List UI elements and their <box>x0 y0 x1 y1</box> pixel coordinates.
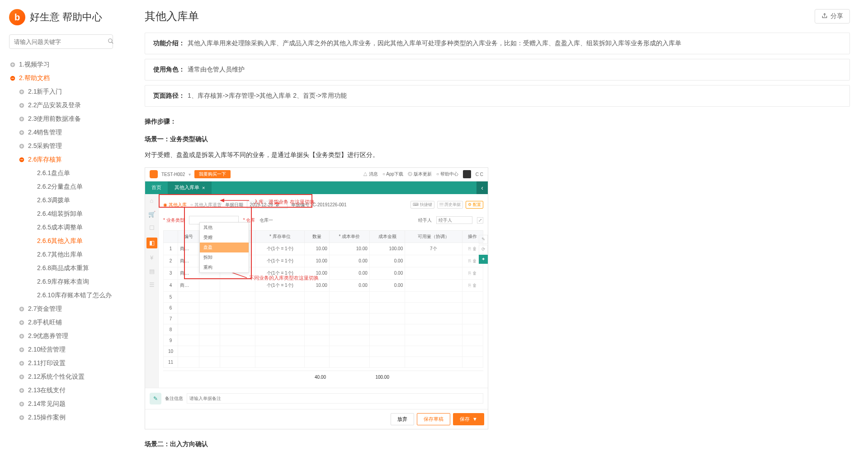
dropdown-option[interactable]: 盘盈 <box>200 243 249 252</box>
copy-icon[interactable]: ⎘ <box>468 246 471 251</box>
nav-item[interactable]: 2.11打印设置 <box>9 357 127 370</box>
copy-icon[interactable]: ⎘ <box>468 283 471 288</box>
delete-icon[interactable]: 🗑 <box>472 246 477 251</box>
tool-icon-3[interactable]: ✦ <box>479 255 488 264</box>
copy-icon[interactable]: ⎘ <box>468 271 471 276</box>
close-icon[interactable]: × <box>202 185 205 190</box>
version-link[interactable]: ◎ 版本更新 <box>408 171 432 177</box>
tool-icon-2[interactable]: ⟳ <box>479 245 488 254</box>
tool-icon-1[interactable]: ✎ <box>479 235 488 244</box>
cart-icon[interactable]: 🛒 <box>148 210 156 219</box>
nav-item[interactable]: 2.6.3调拨单 <box>9 194 127 207</box>
table-row[interactable]: 11 <box>164 357 483 367</box>
biztype-dropdown[interactable]: 其他受赠盘盈拆卸重构 <box>199 222 249 273</box>
svg-rect-35 <box>21 348 22 351</box>
info-intro: 功能介绍：其他入库单用来处理除采购入库、产成品入库之外的其他入库业务，因此其他入… <box>145 33 850 54</box>
table-row[interactable]: 10 <box>164 346 483 357</box>
nav-item[interactable]: 2.6.1盘点单 <box>9 167 127 180</box>
chevron-down-icon[interactable]: ▾ <box>189 172 191 177</box>
nav-item[interactable]: 2.14常见问题 <box>9 397 127 411</box>
nav-item[interactable]: 2.6.4组装拆卸单 <box>9 207 127 221</box>
home-icon[interactable]: ⌂ <box>148 197 156 205</box>
help-link[interactable]: ○ 帮助中心 <box>436 171 458 177</box>
plus-icon <box>18 333 25 340</box>
warehouse-value[interactable]: 仓库一 <box>259 217 273 224</box>
table-row[interactable]: 8 <box>164 324 483 335</box>
setting-button[interactable]: ⚙ 配置 <box>466 201 483 209</box>
nav-item[interactable]: 2.1新手入门 <box>9 85 127 99</box>
search-input[interactable] <box>9 34 113 49</box>
table-row[interactable]: 6 <box>164 302 483 313</box>
svg-rect-32 <box>21 335 22 338</box>
dropdown-option[interactable]: 重构 <box>200 262 249 272</box>
trial-button[interactable]: 我要购买一下 <box>194 170 231 178</box>
box-icon[interactable]: ☐ <box>148 224 156 232</box>
plus-icon <box>18 115 25 123</box>
report-icon[interactable]: ▤ <box>148 267 156 276</box>
inventory-icon[interactable]: ◧ <box>146 238 157 248</box>
nav-item[interactable]: 2.6.5成本调整单 <box>9 221 127 234</box>
nav-label: 2.2产品安装及登录 <box>28 101 81 109</box>
draft-button[interactable]: 保存草稿 <box>417 413 450 425</box>
remark-input[interactable] <box>187 393 483 404</box>
msg-icon[interactable]: △ 消息 <box>363 171 378 177</box>
nav-item[interactable]: 2.6.8商品成本重算 <box>9 262 127 275</box>
avatar[interactable] <box>463 170 471 178</box>
radio-return[interactable]: ○ 其他入库退货 <box>190 202 222 208</box>
nav-item[interactable]: 2.12系统个性化设置 <box>9 370 127 384</box>
nav-label: 2.8手机旺铺 <box>28 319 62 327</box>
wallet-icon[interactable]: ¥ <box>148 254 156 262</box>
nav-item[interactable]: 2.15操作案例 <box>9 411 127 424</box>
tab-collapse[interactable]: ‹ <box>476 181 488 194</box>
nav-item[interactable]: 2.帮助文档 <box>9 71 127 85</box>
nav-item[interactable]: 2.7资金管理 <box>9 302 127 316</box>
nav-item[interactable]: 2.4销售管理 <box>9 126 127 139</box>
more-icon[interactable]: ☰ <box>148 281 156 289</box>
dropdown-option[interactable]: 拆卸 <box>200 252 249 262</box>
remark-row: ✎ 备注信息 <box>145 388 488 409</box>
copy-icon[interactable]: ⎘ <box>468 258 471 263</box>
shortcut-button[interactable]: ⌨ 快捷键 <box>410 201 434 209</box>
app-topbar: TEST-H002 ▾ 我要购买一下 △ 消息 ○ App下载 ◎ 版本更新 ○… <box>145 168 488 181</box>
nav-item[interactable]: 2.2产品安装及登录 <box>9 99 127 112</box>
nav-item[interactable]: 2.6.7其他出库单 <box>9 248 127 262</box>
nav-item[interactable]: 2.3使用前数据准备 <box>9 112 127 126</box>
delete-icon[interactable]: 🗑 <box>472 283 477 288</box>
table-row[interactable]: 9 <box>164 335 483 346</box>
radio-inbound[interactable]: ◉ 其他入库 <box>163 202 187 208</box>
nav-item[interactable]: 2.6.6其他入库单 <box>9 234 127 248</box>
nav-label: 2.6.8商品成本重算 <box>37 264 89 272</box>
nav-item[interactable]: 2.9优惠券管理 <box>9 329 127 343</box>
dropdown-option[interactable]: 其他 <box>200 223 249 233</box>
nav-item[interactable]: 2.8手机旺铺 <box>9 316 127 329</box>
app-download-link[interactable]: ○ App下载 <box>382 171 403 177</box>
delete-icon[interactable]: 🗑 <box>472 271 477 276</box>
table-row[interactable]: 5 <box>164 291 483 302</box>
share-button[interactable]: 分享 <box>815 9 850 24</box>
nav-item[interactable]: 2.13在线支付 <box>9 384 127 397</box>
nav-item[interactable]: 2.6库存核算 <box>9 153 127 167</box>
nav-item[interactable]: 2.6.9库存账本查询 <box>9 275 127 289</box>
table-row[interactable]: 4商…个(1个 = 1个)10.000.000.00⎘ 🗑 <box>164 279 483 291</box>
history-button[interactable]: ▤ 历史单据 <box>437 201 463 209</box>
handler-input[interactable] <box>436 216 472 224</box>
nav-item[interactable]: 2.6.10库存账本错了怎么办 <box>9 289 127 302</box>
dropdown-option[interactable]: 受赠 <box>200 233 249 243</box>
plus-icon <box>18 360 25 367</box>
nav-item[interactable]: 2.10经营管理 <box>9 343 127 357</box>
tab-other-inbound[interactable]: 其他入库单 × <box>168 181 212 194</box>
nav-item[interactable]: 2.6.2分量盘点单 <box>9 180 127 194</box>
app-toplinks: △ 消息 ○ App下载 ◎ 版本更新 ○ 帮助中心 C C <box>363 170 483 178</box>
plus-icon <box>18 400 25 408</box>
nav-item[interactable]: 2.5采购管理 <box>9 139 127 153</box>
table-row[interactable]: 7 <box>164 313 483 324</box>
discard-button[interactable]: 放弃 <box>391 413 414 425</box>
path-label: 页面路径： <box>153 92 185 99</box>
svg-rect-26 <box>21 308 22 310</box>
save-button[interactable]: 保存 ▼ <box>453 413 484 425</box>
delete-icon[interactable]: 🗑 <box>472 258 477 263</box>
nav-item[interactable]: 1.视频学习 <box>9 58 127 71</box>
search-icon[interactable] <box>108 38 114 46</box>
expand-icon[interactable]: ⤢ <box>477 217 483 224</box>
tab-home[interactable]: 首页 <box>145 181 168 194</box>
